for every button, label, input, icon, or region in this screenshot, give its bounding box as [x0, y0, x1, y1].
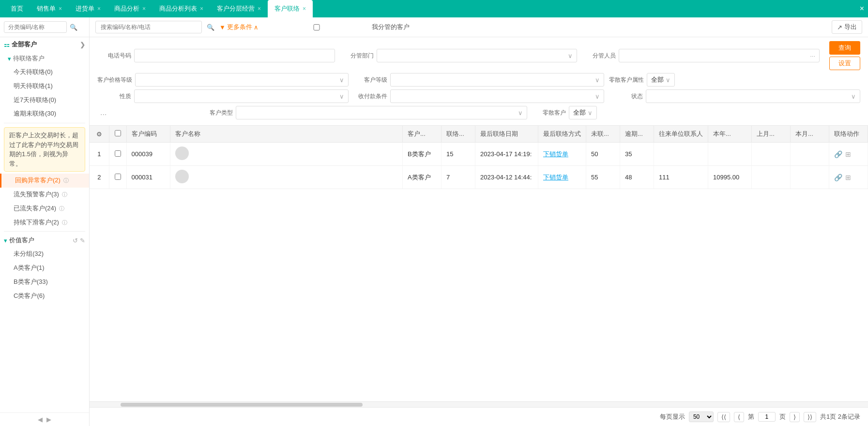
- sidebar-item-7days[interactable]: 近7天待联络(0): [0, 93, 89, 107]
- status-select[interactable]: ∨: [646, 89, 860, 103]
- more-conditions-button[interactable]: ▼ 更多条件 ∧: [219, 23, 259, 31]
- close-icon[interactable]: ×: [303, 5, 306, 12]
- sidebar-item-declining[interactable]: 持续下滑客户(2) ⓘ: [0, 216, 89, 230]
- edit-icon[interactable]: ✎: [80, 237, 85, 244]
- row-date: 2023-04-17 14:19:: [475, 143, 538, 166]
- more-field: ...: [97, 108, 194, 117]
- grid-action-icon[interactable]: ⊞: [845, 174, 851, 181]
- nav-home[interactable]: 首页: [4, 0, 30, 17]
- grid-action-icon[interactable]: ⊞: [845, 150, 851, 158]
- sidebar-item-overdue[interactable]: 逾期未联络(30): [0, 107, 89, 121]
- row-action: 🔗 ⊞: [829, 143, 868, 166]
- filter-bar: 🔍 ▼ 更多条件 ∧ 我分管的客户 ↗ 导出: [90, 17, 868, 37]
- close-icon[interactable]: ×: [97, 5, 101, 12]
- row-method[interactable]: 下销货单: [538, 143, 586, 166]
- sidebar-all-customers[interactable]: ⚏ 全部客户 ❯: [0, 37, 89, 52]
- th-lastmonth: 上月...: [752, 126, 791, 143]
- retail-customer-select[interactable]: 全部 ∨: [569, 106, 597, 119]
- sidebar-item-churn-warning[interactable]: 流失预警客户(3) ⓘ: [0, 188, 89, 202]
- close-icon[interactable]: ×: [258, 5, 261, 12]
- row-overdue: 35: [620, 143, 654, 166]
- select-all-checkbox[interactable]: [115, 130, 121, 136]
- sidebar-item-repurchase[interactable]: 回购异常客户(2) ⓘ: [0, 174, 89, 188]
- sidebar-item-churned[interactable]: 已流失客户(24) ⓘ: [0, 202, 89, 216]
- row-checkbox[interactable]: [115, 174, 121, 180]
- sidebar-pending-group[interactable]: ▾ 待联络客户: [0, 52, 89, 65]
- sidebar-item-c-class[interactable]: C类客户(6): [0, 289, 89, 303]
- last-page-button[interactable]: ⟩⟩: [804, 412, 816, 422]
- dept-select[interactable]: ∨: [377, 49, 578, 62]
- th-thismonth: 本月...: [791, 126, 829, 143]
- info-icon: ⓘ: [63, 177, 69, 183]
- table-row: 2 000031 A类客户 7 2023-04-12 14:44: 下销货单 5…: [90, 166, 868, 189]
- scroll-thumb[interactable]: [121, 403, 363, 407]
- row-name: [170, 143, 403, 166]
- search-input[interactable]: [95, 21, 202, 33]
- nav-purchase[interactable]: 进货单 ×: [69, 0, 107, 17]
- retail-customer-field: 零散客户 全部 ∨: [532, 106, 860, 119]
- sidebar-item-tomorrow[interactable]: 明天待联络(1): [0, 79, 89, 93]
- row-type: A类客户: [403, 166, 442, 189]
- sidebar-search-icon[interactable]: 🔍: [70, 24, 77, 31]
- th-gear[interactable]: ⚙: [90, 126, 109, 143]
- next-page-button[interactable]: ⟩: [790, 412, 800, 422]
- sidebar-value-group[interactable]: ▾ 价值客户 ↺ ✎: [0, 234, 89, 247]
- row-code: 000039: [126, 143, 170, 166]
- gender-select[interactable]: ∨: [134, 89, 349, 103]
- refresh-icon[interactable]: ↺: [73, 237, 78, 244]
- close-icon[interactable]: ×: [200, 5, 203, 12]
- horizontal-scrollbar[interactable]: [90, 401, 868, 407]
- top-nav: 首页 销售单 × 进货单 × 商品分析 × 商品分析列表 × 客户分层经营 × …: [0, 0, 868, 17]
- page-input[interactable]: [758, 412, 776, 422]
- nav-product-analysis-list[interactable]: 商品分析列表 ×: [152, 0, 210, 17]
- row-name: [170, 166, 403, 189]
- row-date: 2023-04-12 14:44:: [475, 166, 538, 189]
- gender-field: 性质 ∨: [97, 89, 349, 103]
- export-button[interactable]: ↗ 导出: [832, 20, 862, 34]
- customer-level-select[interactable]: ∨: [390, 73, 605, 87]
- th-date: 最后联络日期: [475, 126, 538, 143]
- nav-product-analysis[interactable]: 商品分析 ×: [107, 0, 152, 17]
- first-page-button[interactable]: ⟨⟨: [717, 412, 730, 422]
- row-lastmonth: [752, 166, 791, 189]
- th-check[interactable]: [109, 126, 126, 143]
- search-button[interactable]: 🔍: [207, 24, 214, 31]
- info-icon: ⓘ: [62, 220, 67, 225]
- nav-sales[interactable]: 销售单 ×: [30, 0, 69, 17]
- next-icon[interactable]: ▶: [46, 416, 51, 423]
- row-check[interactable]: [109, 143, 126, 166]
- phone-input[interactable]: [134, 49, 335, 62]
- customer-type-select[interactable]: ∨: [236, 106, 527, 119]
- sidebar-item-b-class[interactable]: B类客户(33): [0, 275, 89, 289]
- more-dots[interactable]: ...: [97, 108, 109, 117]
- link-action-icon[interactable]: 🔗: [834, 174, 842, 181]
- row-overdue: 48: [620, 166, 654, 189]
- sidebar-item-ungroup[interactable]: 未分组(32): [0, 247, 89, 261]
- my-customers-checkbox[interactable]: [263, 24, 370, 30]
- nav-customer-tier[interactable]: 客户分层经营 ×: [210, 0, 268, 17]
- nav-customer-contact[interactable]: 客户联络 ×: [268, 0, 313, 17]
- row-checkbox[interactable]: [115, 150, 121, 157]
- sidebar-item-a-class[interactable]: A类客户(1): [0, 261, 89, 275]
- per-page-select[interactable]: 50 20 100: [689, 411, 714, 422]
- prev-page-button[interactable]: ⟨: [734, 412, 744, 422]
- chevron-up-icon: ∧: [254, 24, 259, 31]
- link-action-icon[interactable]: 🔗: [834, 150, 842, 158]
- main-layout: 🔍 ⚏ 全部客户 ❯ ▾ 待联络客户 今天待联络(0) 明天待联络(1) 近7天…: [0, 17, 868, 426]
- row-action: 🔗 ⊞: [829, 166, 868, 189]
- query-button[interactable]: 查询: [829, 41, 860, 55]
- window-close-button[interactable]: ×: [860, 4, 864, 13]
- prev-icon[interactable]: ◀: [38, 416, 43, 423]
- sidebar-search-input[interactable]: [4, 21, 67, 33]
- row-check[interactable]: [109, 166, 126, 189]
- payment-select[interactable]: ∨: [390, 89, 605, 103]
- close-icon[interactable]: ×: [142, 5, 146, 12]
- retail-attr-select[interactable]: 全部 ∨: [647, 73, 675, 87]
- price-level-select[interactable]: ∨: [135, 73, 349, 87]
- row-method[interactable]: 下销货单: [538, 166, 586, 189]
- close-icon[interactable]: ×: [59, 5, 62, 12]
- th-code: 客户编码: [126, 126, 170, 143]
- settings-button[interactable]: 设置: [829, 57, 860, 70]
- manager-select[interactable]: ···: [619, 49, 820, 62]
- sidebar-item-today[interactable]: 今天待联络(0): [0, 65, 89, 79]
